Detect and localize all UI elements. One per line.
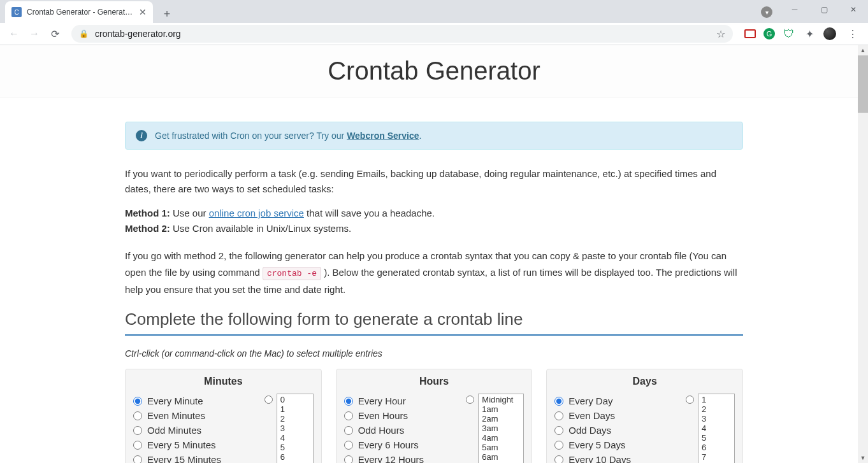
minutes-radio-15[interactable] — [133, 455, 142, 463]
extensions-area: G 🛡 ✦ — [741, 27, 840, 40]
minutes-option-even[interactable]: Even Minutes — [133, 408, 261, 423]
tab-title: Crontab Generator - Generate cr — [27, 8, 134, 17]
days-radio-every[interactable] — [554, 397, 563, 406]
method-1-label: Method 1: — [125, 208, 170, 218]
minutes-radio-even[interactable] — [133, 411, 142, 420]
list-item[interactable]: 1 — [278, 404, 312, 414]
extension-pdf-icon[interactable] — [744, 29, 756, 38]
list-item[interactable]: 3 — [278, 424, 312, 433]
list-item[interactable]: 5 — [278, 443, 312, 452]
minutes-column: Minutes Every Minute Even Minutes Odd Mi… — [125, 369, 322, 463]
window-maximize-button[interactable]: ▢ — [809, 0, 839, 19]
days-radio-odd[interactable] — [554, 426, 563, 435]
form-columns: Minutes Every Minute Even Minutes Odd Mi… — [125, 369, 743, 463]
hours-radio-odd[interactable] — [344, 426, 353, 435]
minutes-option-15[interactable]: Every 15 Minutes — [133, 452, 261, 463]
days-option-even[interactable]: Even Days — [554, 408, 682, 423]
hours-radio-12[interactable] — [344, 455, 353, 463]
hours-option-6[interactable]: Every 6 Hours — [344, 438, 463, 452]
list-item[interactable]: 5am — [479, 443, 523, 452]
hours-radio-6[interactable] — [344, 441, 353, 450]
online-cron-link[interactable]: online cron job service — [209, 208, 304, 218]
days-option-5[interactable]: Every 5 Days — [554, 438, 682, 452]
browser-menu-button[interactable]: ⋮ — [843, 28, 863, 40]
page-title: Crontab Generator — [0, 45, 868, 97]
minutes-option-every[interactable]: Every Minute — [133, 394, 261, 408]
tab-close-button[interactable]: ✕ — [139, 7, 147, 17]
minutes-radio-5[interactable] — [133, 441, 142, 450]
days-radio-list[interactable] — [686, 395, 694, 404]
minutes-listbox[interactable]: 0 1 2 3 4 5 6 — [277, 394, 314, 463]
bookmark-star-icon[interactable]: ☆ — [716, 28, 725, 40]
scroll-thumb[interactable] — [858, 55, 868, 113]
scroll-down-icon[interactable]: ▼ — [858, 453, 868, 463]
hours-list-radio-wrap — [466, 394, 474, 406]
list-item[interactable]: 4am — [479, 433, 523, 443]
list-item[interactable]: 6 — [278, 452, 312, 462]
webcron-link[interactable]: Webcron Service — [347, 131, 419, 141]
window-close-button[interactable]: ✕ — [839, 0, 868, 19]
method-1-line: Method 1: Use our online cron job servic… — [125, 206, 743, 221]
list-item[interactable]: Midnight — [479, 395, 523, 404]
extension-shield-icon[interactable]: 🛡 — [783, 27, 795, 40]
browser-chrome: ▾ ─ ▢ ✕ C Crontab Generator - Generate c… — [0, 0, 868, 45]
days-option-10[interactable]: Every 10 Days — [554, 452, 682, 463]
back-button[interactable]: ← — [5, 25, 23, 43]
page-scrollbar[interactable]: ▲ ▼ — [858, 45, 868, 463]
browser-notification-icon[interactable]: ▾ — [761, 6, 772, 18]
days-option-every[interactable]: Every Day — [554, 394, 682, 408]
days-radio-even[interactable] — [554, 411, 563, 420]
list-item[interactable]: 2 — [699, 404, 734, 414]
hours-radio-every[interactable] — [344, 397, 353, 406]
days-list-radio-wrap — [686, 394, 694, 406]
minutes-radio-list[interactable] — [264, 395, 273, 404]
extension-grammarly-icon[interactable]: G — [763, 28, 775, 39]
list-item[interactable]: 4 — [699, 424, 734, 433]
days-option-odd[interactable]: Odd Days — [554, 423, 682, 438]
list-item[interactable]: 4 — [278, 433, 312, 443]
lock-icon: 🔒 — [79, 29, 89, 38]
address-bar[interactable]: 🔒 crontab-generator.org ☆ — [71, 25, 733, 43]
method-1-suffix: that will save you a headache. — [304, 208, 435, 218]
extensions-menu-icon[interactable]: ✦ — [803, 27, 816, 40]
reload-button[interactable]: ⟳ — [46, 25, 64, 43]
minutes-option-odd[interactable]: Odd Minutes — [133, 423, 261, 438]
minutes-list-radio-wrap — [264, 394, 273, 406]
explanation-paragraph: If you go with method 2, the following g… — [125, 248, 743, 298]
list-item[interactable]: 1am — [479, 404, 523, 414]
list-item[interactable]: 7 — [699, 452, 734, 462]
list-item[interactable]: 1 — [699, 395, 734, 404]
browser-tab[interactable]: C Crontab Generator - Generate cr ✕ — [5, 1, 153, 23]
method-2-text: Use Cron available in Unix/Linux systems… — [170, 223, 351, 234]
list-item[interactable]: 2 — [278, 414, 312, 424]
days-radio-5[interactable] — [554, 441, 563, 450]
minutes-option-5[interactable]: Every 5 Minutes — [133, 438, 261, 452]
hours-radio-even[interactable] — [344, 411, 353, 420]
list-item[interactable]: 2am — [479, 414, 523, 424]
minutes-radio-every[interactable] — [133, 397, 142, 406]
forward-button[interactable]: → — [25, 25, 43, 43]
list-item[interactable]: 0 — [278, 395, 312, 404]
crontab-command-code: crontab -e — [263, 267, 321, 280]
list-item[interactable]: 3 — [699, 414, 734, 424]
window-minimize-button[interactable]: ─ — [780, 0, 809, 19]
list-item[interactable]: 6 — [699, 443, 734, 452]
list-item[interactable]: 3am — [479, 424, 523, 433]
hours-option-odd[interactable]: Odd Hours — [344, 423, 463, 438]
profile-avatar[interactable] — [823, 27, 836, 40]
hours-listbox[interactable]: Midnight 1am 2am 3am 4am 5am 6am — [478, 394, 524, 463]
page-viewport: Crontab Generator i Get frustrated with … — [0, 45, 868, 463]
hours-option-every[interactable]: Every Hour — [344, 394, 463, 408]
days-radio-10[interactable] — [554, 455, 563, 463]
new-tab-button[interactable]: + — [158, 5, 176, 23]
minutes-radio-odd[interactable] — [133, 426, 142, 435]
hours-option-12[interactable]: Every 12 Hours — [344, 452, 463, 463]
scroll-up-icon[interactable]: ▲ — [858, 45, 868, 55]
info-banner-text: Get frustrated with Cron on your server?… — [155, 131, 421, 141]
days-listbox[interactable]: 1 2 3 4 5 6 7 — [698, 394, 735, 463]
hours-radio-list[interactable] — [466, 395, 474, 404]
window-controls: ─ ▢ ✕ — [780, 0, 868, 19]
list-item[interactable]: 5 — [699, 433, 734, 443]
list-item[interactable]: 6am — [479, 452, 523, 462]
hours-option-even[interactable]: Even Hours — [344, 408, 463, 423]
